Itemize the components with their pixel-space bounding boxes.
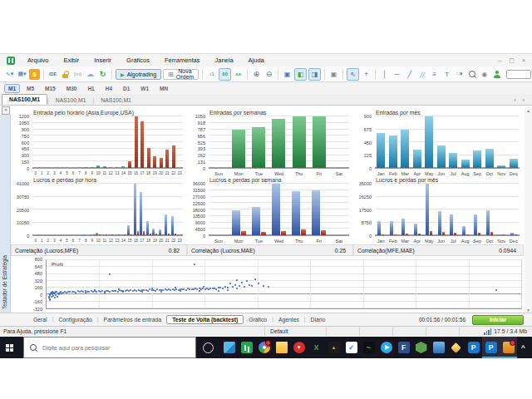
camera-icon[interactable] [328, 69, 339, 80]
chart-tab[interactable]: NAS100,M1 [2, 94, 47, 105]
zoom-out-icon[interactable] [264, 69, 274, 80]
security-icon[interactable] [290, 337, 308, 358]
search-icon[interactable] [466, 69, 477, 80]
telegram-icon[interactable] [377, 337, 395, 358]
p-app-icon[interactable] [465, 337, 482, 358]
arrange-left-icon[interactable] [294, 68, 307, 81]
menu-item-gráficos[interactable]: Gráficos [119, 57, 157, 64]
menu-item-ferramentas[interactable]: Ferramentas [157, 57, 208, 64]
explorer-icon[interactable] [273, 337, 290, 358]
chart-tab[interactable]: NAS100,M1 [49, 96, 93, 105]
tab-scroll-arrows[interactable]: ‹ › [515, 97, 532, 105]
search-input[interactable] [41, 344, 177, 352]
scatter-point [185, 289, 187, 291]
cortana-icon[interactable] [203, 342, 214, 353]
gold-icon[interactable] [447, 337, 465, 358]
tray-expand-icon[interactable] [517, 344, 530, 352]
green-x-icon[interactable] [308, 337, 325, 358]
channel-icon[interactable] [416, 69, 427, 80]
chart-type-icon[interactable] [4, 69, 15, 80]
restore-button[interactable]: ▢ [509, 57, 515, 64]
timeframe-m30[interactable]: M30 [62, 84, 81, 93]
tester-tab[interactable]: Parâmetros de entrada [99, 316, 167, 323]
timeframe-m15[interactable]: M15 [41, 84, 60, 93]
nova-ordem-button[interactable]: Nova Ordem [163, 69, 199, 80]
menu-item-inserir[interactable]: Inserir [86, 57, 119, 64]
computer-icon[interactable] [430, 337, 447, 358]
trendline-icon[interactable] [404, 69, 415, 80]
gallery-icon[interactable] [325, 337, 342, 358]
close-button[interactable]: × [522, 57, 525, 64]
quotes-icon[interactable] [219, 68, 231, 81]
ide-icon[interactable] [47, 69, 58, 80]
tester-scrollbar[interactable]: ▲ ▼ [525, 108, 532, 313]
x-tick-label: 4 [57, 237, 64, 244]
taskbar-search-box[interactable] [23, 337, 196, 358]
minimize-button[interactable]: – [498, 57, 501, 64]
layout-icon[interactable] [17, 69, 27, 80]
trading-app-icon[interactable] [360, 337, 377, 358]
cloud-icon[interactable] [85, 69, 96, 80]
bar [377, 133, 385, 168]
profile-cell[interactable]: Default [264, 327, 326, 336]
chart-tab[interactable]: NAS100,M1 [94, 96, 138, 105]
tester-tab[interactable]: Agentes [273, 316, 304, 323]
depth-icon[interactable] [206, 69, 217, 80]
bars [209, 184, 349, 235]
start-button-tester[interactable]: Iniciar [472, 315, 524, 325]
close-panel-icon[interactable]: × [2, 106, 10, 115]
arrange-right-icon[interactable] [308, 68, 321, 81]
y-tick-label: 4500 [195, 227, 205, 232]
view-icon[interactable] [479, 69, 490, 80]
ticktick-icon[interactable] [342, 337, 360, 358]
timeframe-mn[interactable]: MN [155, 84, 172, 93]
x-tick-label: Sep [471, 170, 484, 177]
algotrading-button[interactable]: Algotrading [116, 69, 161, 80]
node-icon[interactable] [412, 337, 430, 358]
shapes-icon[interactable] [454, 69, 465, 80]
tester-tab[interactable]: Diário [306, 316, 331, 323]
office-icon[interactable] [500, 337, 517, 358]
timeframe-m5[interactable]: M5 [22, 84, 38, 93]
bar [430, 231, 432, 235]
p-app-icon[interactable] [482, 337, 500, 358]
lock-icon[interactable] [60, 69, 71, 80]
tester-tab[interactable]: Configuração [53, 316, 96, 323]
start-button[interactable] [0, 337, 23, 358]
menu-item-janela[interactable]: Janela [208, 57, 241, 64]
crosshair-icon[interactable] [361, 69, 372, 80]
timeframe-m1[interactable]: M1 [4, 84, 20, 93]
vertical-line-icon[interactable] [379, 69, 390, 80]
menu-item-arquivo[interactable]: Arquivo [20, 57, 56, 64]
menu-item-ajuda[interactable]: Ajuda [241, 57, 272, 64]
community-icon[interactable] [491, 69, 502, 80]
zoom-in-icon[interactable] [251, 69, 262, 80]
timeframe-h1[interactable]: H1 [83, 84, 98, 93]
cursor-icon[interactable] [347, 68, 359, 81]
horizontal-line-icon[interactable] [392, 69, 402, 80]
text-tool-icon[interactable] [441, 69, 452, 80]
photos-icon[interactable] [220, 337, 238, 358]
f-app-icon[interactable] [395, 337, 412, 358]
tester-tab[interactable]: Geral [28, 316, 52, 323]
timeframe-w1[interactable]: W1 [136, 84, 153, 93]
tile-windows-icon[interactable] [282, 69, 293, 80]
timeframe-d1[interactable]: D1 [119, 84, 134, 93]
market-icon[interactable] [29, 69, 40, 80]
timeframe-h4[interactable]: H4 [101, 84, 116, 93]
scatter-point [236, 288, 238, 289]
tester-tab[interactable]: Teste de Volta (backtest) [166, 315, 244, 324]
tester-tab[interactable]: Gráfico [244, 316, 272, 323]
fibonacci-icon[interactable] [429, 69, 440, 80]
menu-item-exibir[interactable]: Exibir [56, 57, 86, 64]
y-tick-label: 225 [364, 153, 372, 158]
scroll-up-icon[interactable]: ▲ [525, 108, 532, 113]
zigzag-icon[interactable] [233, 69, 244, 80]
chrome-icon[interactable] [255, 337, 273, 358]
tester-side-caption[interactable]: Testador de Estratégia [0, 115, 11, 313]
refresh-icon[interactable] [97, 69, 108, 80]
x-tick-label: Feb [387, 170, 400, 177]
scatter-point [88, 291, 90, 293]
metaquotes-icon[interactable] [72, 69, 83, 80]
mt-terminal-icon[interactable] [238, 337, 255, 358]
